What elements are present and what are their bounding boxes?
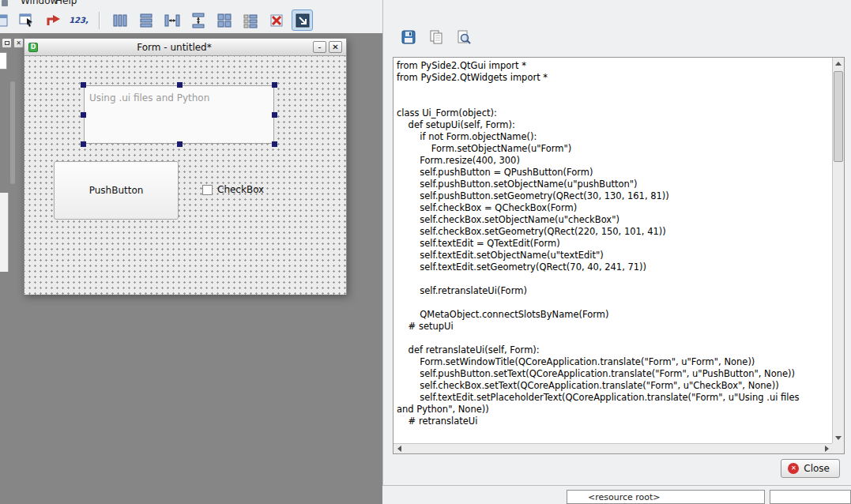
resize-handle[interactable] <box>272 141 277 147</box>
scrollbar-corner <box>832 443 844 453</box>
resize-handle[interactable] <box>177 82 183 88</box>
resource-browser-panel-fragment <box>770 490 851 504</box>
arrow-down-icon <box>835 436 842 440</box>
resize-handle[interactable] <box>272 112 277 118</box>
toolbar-separator <box>99 12 100 29</box>
form-minimize-button[interactable]: - <box>313 41 326 53</box>
arrow-up-icon <box>835 62 842 66</box>
float-icon <box>5 41 9 45</box>
form-window-icon: D <box>28 43 38 52</box>
code-horizontal-scrollbar[interactable] <box>393 443 832 453</box>
copy-code-button[interactable] <box>426 27 446 47</box>
dock-close-button[interactable]: ✕ <box>13 38 24 48</box>
main-toolbar: 123, <box>0 7 315 33</box>
scroll-up-button[interactable] <box>833 58 844 69</box>
edit-widgets-button[interactable] <box>16 9 37 31</box>
save-icon <box>401 29 416 45</box>
layout-splitter-vertical-button[interactable] <box>187 9 209 31</box>
qt-designer-screen: Window Help 123, <box>0 0 851 504</box>
generated-code-text: from PySide2.QtGui import * from PySide2… <box>393 58 832 443</box>
resource-root-label: <resource root> <box>588 492 661 502</box>
form-designer-window: D Form - untitled* - ✕ Using .ui files a… <box>24 38 347 295</box>
checkbox-label: CheckBox <box>217 184 264 195</box>
form-window-title: Form - untitled* <box>38 42 311 53</box>
code-preview-dialog: from PySide2.QtGui import * from PySide2… <box>382 0 851 486</box>
close-button-label: Close <box>804 463 830 474</box>
clipped-icon <box>0 12 9 29</box>
vertical-scroll-thumb[interactable] <box>834 71 843 162</box>
layout-horizontally-icon <box>111 12 129 29</box>
top-bar: Window Help 123, <box>0 0 382 33</box>
resize-handle[interactable] <box>81 141 86 147</box>
edit-tab-order-button[interactable]: 123, <box>68 9 89 31</box>
widget-box-scrollbar[interactable] <box>10 81 15 184</box>
layout-splitter-horizontal-button[interactable] <box>161 9 183 31</box>
scroll-right-button[interactable] <box>821 444 832 454</box>
code-dialog-toolbar <box>398 27 474 47</box>
code-vertical-scrollbar[interactable] <box>832 58 844 443</box>
textedit-placeholder: Using .ui files and Python <box>89 92 209 103</box>
clipped-toolbar-icon[interactable] <box>0 9 11 31</box>
adjust-size-icon <box>294 12 311 29</box>
generated-code-view[interactable]: from PySide2.QtGui import * from PySide2… <box>393 57 845 454</box>
splitter-horizontal-icon <box>164 12 181 29</box>
resize-handle[interactable] <box>81 112 86 118</box>
save-code-button[interactable] <box>398 27 419 47</box>
resource-root-item[interactable]: <resource root> <box>567 490 765 504</box>
checkbox-widget[interactable]: CheckBox <box>202 184 264 195</box>
resize-handle[interactable] <box>272 82 277 88</box>
menu-help[interactable]: Help <box>55 0 77 6</box>
break-layout-button[interactable] <box>265 9 287 31</box>
layout-form-icon <box>242 12 259 29</box>
resize-handle[interactable] <box>81 82 86 88</box>
checkbox-box[interactable] <box>202 185 213 195</box>
arrow-right-icon <box>825 446 829 452</box>
pushbutton-widget[interactable]: PushButton <box>54 161 179 220</box>
app-menu-icon[interactable] <box>2 0 8 6</box>
layout-horizontally-button[interactable] <box>109 9 130 31</box>
adjust-size-button[interactable] <box>292 9 313 31</box>
arrow-left-icon <box>397 446 401 452</box>
widget-box-filter-fragment[interactable] <box>0 52 7 70</box>
form-close-button[interactable]: ✕ <box>329 41 342 53</box>
find-icon <box>456 29 472 45</box>
close-circle-icon: ✕ <box>788 463 799 474</box>
find-in-code-button[interactable] <box>454 27 474 47</box>
menu-window[interactable]: Window <box>21 0 58 6</box>
form-canvas[interactable]: Using .ui files and Python PushButton Ch… <box>24 56 346 295</box>
scroll-down-button[interactable] <box>833 432 844 443</box>
scroll-left-button[interactable] <box>393 444 405 454</box>
form-window-titlebar[interactable]: D Form - untitled* - ✕ <box>24 39 346 56</box>
tab-order-icon: 123, <box>69 16 88 24</box>
edit-signals-slots-button[interactable] <box>42 9 63 31</box>
layout-grid-button[interactable] <box>213 9 235 31</box>
break-layout-icon <box>268 12 285 29</box>
layout-vertically-icon <box>137 12 155 29</box>
layout-grid-icon <box>216 12 233 29</box>
dialog-close-button[interactable]: ✕ Close <box>781 459 840 478</box>
copy-icon <box>428 29 444 45</box>
splitter-vertical-icon <box>190 12 207 29</box>
menubar: Window Help <box>0 0 382 7</box>
signal-slot-icon <box>44 12 62 29</box>
layout-vertically-button[interactable] <box>135 9 156 31</box>
resize-handle[interactable] <box>177 141 183 147</box>
textedit-selection: Using .ui files and Python <box>84 85 274 144</box>
layout-form-button[interactable] <box>239 9 261 31</box>
textedit-widget[interactable]: Using .ui files and Python <box>84 85 274 144</box>
edit-widgets-icon <box>18 12 36 29</box>
dock-float-button[interactable] <box>2 38 12 48</box>
widget-box-panel-fragment <box>0 193 9 272</box>
